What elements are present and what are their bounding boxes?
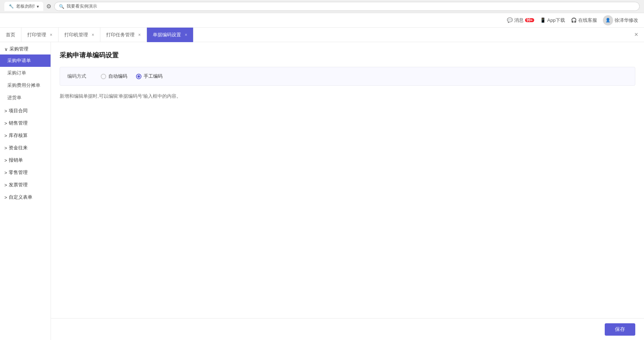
- sidebar-group-sales-mgmt-label: 销售管理: [9, 120, 28, 126]
- tab-barcode-setting-close[interactable]: ×: [185, 32, 187, 37]
- sidebar-item-purchase-expense[interactable]: 采购费用分摊单: [0, 79, 51, 92]
- encoding-setting-section: 编码方式 自动编码 手工编码: [60, 67, 635, 86]
- app-download-icon: 📱: [540, 17, 546, 23]
- content-main: 采购申请单编码设置 编码方式 自动编码 手工编码: [51, 42, 644, 318]
- sidebar-group-retail-mgmt-arrow: >: [4, 170, 7, 175]
- manual-code-circle: [136, 74, 141, 79]
- sidebar-group-inventory-label: 库存核算: [9, 132, 28, 139]
- tab-favicon: 🔧: [9, 4, 14, 9]
- sidebar-group-project-contract-arrow: >: [4, 108, 7, 114]
- sidebar-item-purchase-request-label: 采购申请单: [7, 58, 31, 63]
- sidebar-item-purchase-order-label: 采购订单: [7, 70, 26, 76]
- avatar: 👤: [603, 15, 613, 25]
- sidebar-group-capital-arrow: >: [4, 145, 7, 151]
- tab-print-mgmt-label: 打印管理: [27, 32, 46, 38]
- encoding-radio-group: 自动编码 手工编码: [101, 73, 163, 80]
- sidebar-group-sales-mgmt[interactable]: > 销售管理: [0, 116, 51, 129]
- save-button[interactable]: 保存: [605, 323, 635, 336]
- auto-code-label: 自动编码: [108, 73, 127, 80]
- sidebar-group-inventory[interactable]: > 库存核算: [0, 129, 51, 141]
- sidebar-item-purchase-order[interactable]: 采购订单: [0, 67, 51, 79]
- tab-barcode-setting[interactable]: 单据编码设置 ×: [147, 28, 193, 42]
- sidebar-group-retail-mgmt[interactable]: > 零售管理: [0, 166, 51, 178]
- message-icon: 💬: [507, 17, 513, 23]
- app-download-label: App下载: [547, 17, 565, 24]
- sidebar-group-sales-mgmt-arrow: >: [4, 121, 7, 126]
- app-download-button[interactable]: 📱 App下载: [540, 17, 565, 24]
- sidebar-group-returns-arrow: >: [4, 158, 7, 163]
- sidebar-group-purchase-arrow: ∨: [4, 46, 8, 52]
- sidebar-group-returns[interactable]: > 报销单: [0, 153, 51, 166]
- address-icon: 🔍: [59, 4, 64, 9]
- page-title: 采购申请单编码设置: [60, 51, 635, 60]
- user-name: 徐泽华修改: [615, 17, 638, 24]
- sidebar-group-custom-forms-arrow: >: [4, 195, 7, 200]
- sidebar-group-project-contract-label: 项目合同: [9, 108, 28, 114]
- sidebar-item-receipt[interactable]: 进货单: [0, 92, 51, 104]
- browser-tab-label: 老板勿削!: [16, 3, 35, 9]
- bottom-bar: 保存: [51, 318, 644, 340]
- main-layout: ∨ 采购管理 采购申请单 采购订单 采购费用分摊单 进货单 > 项目合同 > 销…: [0, 42, 644, 340]
- message-badge: 99+: [525, 18, 534, 22]
- sidebar-item-purchase-expense-label: 采购费用分摊单: [7, 82, 40, 88]
- tab-barcode-setting-label: 单据编码设置: [153, 32, 181, 38]
- tab-print-task-mgmt-close[interactable]: ×: [138, 32, 141, 37]
- manual-code-radio[interactable]: 手工编码: [136, 73, 163, 80]
- tab-bar-close-button[interactable]: ×: [628, 31, 644, 39]
- encoding-row: 编码方式 自动编码 手工编码: [67, 73, 628, 80]
- encoding-label: 编码方式: [67, 73, 89, 80]
- auto-code-radio[interactable]: 自动编码: [101, 73, 127, 80]
- sidebar-group-inventory-arrow: >: [4, 133, 7, 138]
- tab-home[interactable]: 首页: [0, 28, 21, 42]
- content-area: 采购申请单编码设置 编码方式 自动编码 手工编码: [51, 42, 644, 340]
- sidebar-group-invoice-mgmt-label: 发票管理: [9, 182, 28, 188]
- sidebar-group-purchase-label: 采购管理: [9, 46, 28, 52]
- sidebar-group-retail-mgmt-label: 零售管理: [9, 169, 28, 176]
- browser-tab-arrow[interactable]: ▾: [37, 4, 39, 9]
- tab-print-mgmt[interactable]: 打印管理 ×: [21, 28, 59, 42]
- message-label: 消息: [514, 17, 524, 24]
- browser-bar: 🔧 老板勿削! ▾ ⚙ 🔍 我要看实例演示: [0, 0, 644, 13]
- tab-home-label: 首页: [6, 32, 15, 38]
- user-profile-button[interactable]: 👤 徐泽华修改: [603, 15, 638, 25]
- sidebar-group-capital[interactable]: > 资金往来: [0, 141, 51, 153]
- sidebar-group-capital-label: 资金往来: [9, 145, 28, 151]
- sidebar-group-purchase[interactable]: ∨ 采购管理: [0, 42, 51, 54]
- sidebar-group-custom-forms-label: 自定义表单: [9, 194, 32, 201]
- sidebar-item-receipt-label: 进货单: [7, 95, 21, 100]
- manual-code-label: 手工编码: [144, 73, 163, 80]
- sidebar-group-custom-forms[interactable]: > 自定义表单: [0, 190, 51, 203]
- sidebar-group-invoice-mgmt[interactable]: > 发票管理: [0, 178, 51, 190]
- sidebar-group-project-contract[interactable]: > 项目合同: [0, 104, 51, 116]
- browser-tab[interactable]: 🔧 老板勿削! ▾: [4, 2, 43, 11]
- message-button[interactable]: 💬 消息 99+: [507, 17, 534, 24]
- online-service-label: 在线客服: [578, 17, 597, 24]
- service-icon: 🎧: [571, 17, 577, 23]
- app-topbar: 💬 消息 99+ 📱 App下载 🎧 在线客服 👤 徐泽华修改: [0, 13, 644, 28]
- sidebar-group-invoice-mgmt-arrow: >: [4, 182, 7, 188]
- browser-settings-icon[interactable]: ⚙: [46, 3, 51, 10]
- sidebar-group-returns-label: 报销单: [9, 157, 23, 163]
- hint-text: 新增和编辑单据时,可以编辑'单据编码号'输入框中的内容。: [60, 93, 635, 100]
- sidebar: ∨ 采购管理 采购申请单 采购订单 采购费用分摊单 进货单 > 项目合同 > 销…: [0, 42, 51, 340]
- tab-printer-mgmt-close[interactable]: ×: [92, 32, 94, 37]
- address-text: 我要看实例演示: [67, 3, 97, 9]
- online-service-button[interactable]: 🎧 在线客服: [571, 17, 597, 24]
- tab-print-task-mgmt[interactable]: 打印任务管理 ×: [100, 28, 147, 42]
- browser-address-bar[interactable]: 🔍 我要看实例演示: [54, 2, 640, 11]
- tab-printer-mgmt[interactable]: 打印机管理 ×: [59, 28, 100, 42]
- tab-printer-mgmt-label: 打印机管理: [64, 32, 88, 38]
- tab-bar: 首页 打印管理 × 打印机管理 × 打印任务管理 × 单据编码设置 × ×: [0, 28, 644, 42]
- tab-print-task-mgmt-label: 打印任务管理: [106, 32, 135, 38]
- topbar-right: 💬 消息 99+ 📱 App下载 🎧 在线客服 👤 徐泽华修改: [507, 15, 638, 25]
- tab-print-mgmt-close[interactable]: ×: [50, 32, 52, 37]
- auto-code-circle: [101, 74, 106, 79]
- sidebar-item-purchase-request[interactable]: 采购申请单: [0, 54, 51, 67]
